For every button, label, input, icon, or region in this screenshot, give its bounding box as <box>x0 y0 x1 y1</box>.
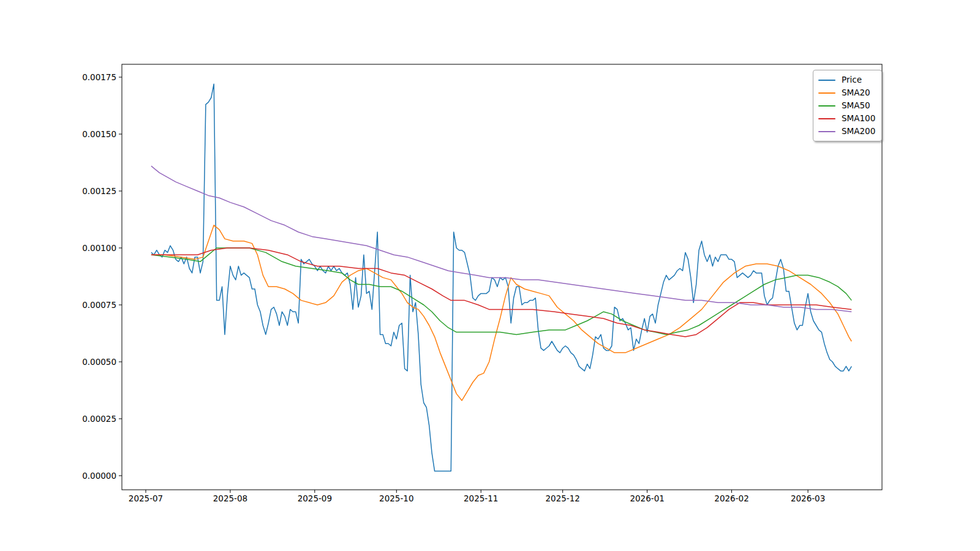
y-tick-label-7: 0.00175 <box>82 72 116 82</box>
legend-label: SMA100 <box>842 114 875 123</box>
y-tick-label-0: 0.00000 <box>82 471 116 481</box>
series-line-sma200 <box>151 166 851 312</box>
legend-item-sma50: SMA50 <box>818 99 875 112</box>
legend-line-swatch-sma50 <box>818 105 835 107</box>
legend-line-swatch-sma100 <box>818 118 835 119</box>
series-line-sma50 <box>151 248 851 334</box>
legend-item-sma100: SMA100 <box>818 112 875 125</box>
x-tick-label-3: 2025-10 <box>379 493 413 503</box>
legend-label: SMA50 <box>842 102 870 110</box>
x-tick-label-8: 2026-03 <box>791 493 825 503</box>
legend-label: Price <box>842 76 862 84</box>
legend-line-swatch-sma200 <box>818 131 835 132</box>
x-tick-label-6: 2026-01 <box>630 493 664 503</box>
figure: 2025-072025-082025-092025-102025-112025-… <box>0 0 980 551</box>
series-line-sma100 <box>151 248 851 337</box>
x-tick-label-1: 2025-08 <box>213 493 247 503</box>
x-tick-label-7: 2026-02 <box>714 493 748 503</box>
legend-line-swatch-price <box>818 80 835 81</box>
legend-label: SMA200 <box>842 127 875 136</box>
legend-line-swatch-sma20 <box>818 92 835 94</box>
x-tick-label-2: 2025-09 <box>298 493 332 503</box>
y-tick-label-2: 0.00050 <box>82 357 116 367</box>
y-tick-label-5: 0.00125 <box>82 186 116 196</box>
legend: PriceSMA20SMA50SMA100SMA200 <box>813 70 882 141</box>
legend-item-sma200: SMA200 <box>818 125 875 138</box>
y-tick-label-4: 0.00100 <box>82 243 116 253</box>
legend-item-sma20: SMA20 <box>818 86 875 99</box>
legend-item-price: Price <box>818 73 875 86</box>
y-tick-label-6: 0.00150 <box>82 129 116 139</box>
y-tick-label-1: 0.00025 <box>82 414 116 424</box>
x-tick-label-5: 2025-12 <box>545 493 579 503</box>
x-tick-label-0: 2025-07 <box>129 493 163 503</box>
legend-label: SMA20 <box>842 89 870 97</box>
series-line-sma20 <box>151 225 851 400</box>
x-tick-label-4: 2025-11 <box>464 493 498 503</box>
y-tick-label-3: 0.00075 <box>82 300 116 310</box>
